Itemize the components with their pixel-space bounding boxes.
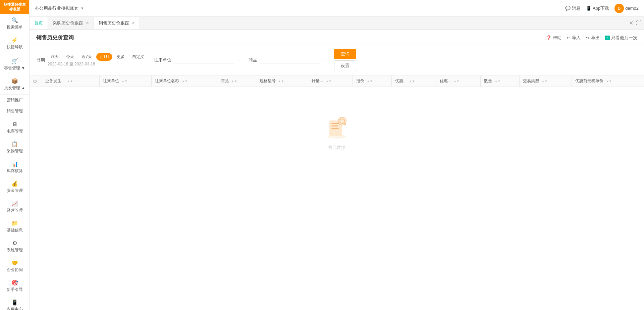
maximize-btn[interactable]: ⛶: [636, 20, 641, 26]
sidebar-item-enterprise-collab[interactable]: 🤝 企业协同: [0, 256, 29, 276]
date-label: 日期: [36, 57, 45, 63]
last-only-checkbox[interactable]: ✓ 只看最后一次: [605, 35, 637, 41]
help-icon: ❓: [546, 35, 551, 40]
sidebar-item-wholesale[interactable]: 📦 批发管理 ▲: [0, 74, 29, 94]
product-label: 商品: [249, 57, 257, 63]
th-discount2[interactable]: 优惠... ▲▼: [436, 75, 481, 87]
th-unit-label: 计量...: [312, 79, 323, 83]
close-tab-btn[interactable]: ✕: [629, 20, 633, 26]
tab-purchase-history[interactable]: 采购历史价跟踪 ✕: [48, 17, 94, 29]
partner-input[interactable]: [174, 57, 234, 63]
th-trade-type-label: 交易类型: [523, 79, 539, 83]
help-action[interactable]: ❓ 帮助: [546, 35, 561, 41]
tab-purchase-close[interactable]: ✕: [86, 21, 89, 25]
checkbox-label-text: 只看最后一次: [611, 35, 637, 41]
th-spec[interactable]: 规格型号 ▲▼: [256, 75, 308, 87]
user-avatar-area[interactable]: D demo2: [614, 4, 639, 13]
th-spec-label: 规格型号: [260, 79, 276, 83]
pill-yesterday[interactable]: 昨天: [48, 53, 62, 61]
sidebar-item-label: 搜索菜单: [7, 24, 23, 30]
table-header-row: ⚙ 业务发生... ▲▼ 往来单位 ▲▼ 往来单位名称 ▲▼: [30, 75, 644, 87]
table-header: ⚙ 业务发生... ▲▼ 往来单位 ▲▼ 往来单位名称 ▲▼: [30, 75, 644, 87]
pill-more[interactable]: 更多: [114, 53, 128, 61]
query-button[interactable]: 查询: [334, 49, 356, 59]
sidebar-item-basic-info[interactable]: 📁 基础信息: [0, 217, 29, 237]
th-price[interactable]: 报价 ▲▼: [353, 75, 391, 87]
tab-sales-history[interactable]: 销售历史价跟踪 ✕: [94, 17, 140, 29]
gear-icon[interactable]: ⚙: [33, 79, 37, 84]
app-center-icon: 📱: [11, 299, 18, 306]
sidebar-sub-sales[interactable]: 销售管理: [0, 106, 29, 117]
tab-home[interactable]: 首页: [30, 17, 48, 29]
sidebar-item-system[interactable]: ⚙ 系统管理: [0, 237, 29, 256]
sort-arrows-spec: ▲▼: [278, 80, 284, 83]
sidebar: 畅捷通好生意 标准版 🔍 搜索菜单 ⚡ 快捷导航 🛒 零售管理 ▼ 📦 批发管理…: [0, 0, 30, 310]
download-label: App下载: [593, 5, 609, 11]
sidebar-item-label: 零售管理 ▼: [4, 65, 25, 71]
partner-filter-group: 往来单位 ···: [154, 57, 241, 63]
dropdown-icon[interactable]: ▾: [81, 6, 84, 11]
sidebar-item-label: 资金管理: [7, 188, 23, 194]
pill-7days[interactable]: 近7天: [78, 53, 95, 61]
sidebar-item-operations[interactable]: 📈 经营管理: [0, 197, 29, 217]
sidebar-item-label: 经营管理: [7, 208, 23, 213]
message-btn[interactable]: 💬 消息: [565, 5, 581, 11]
th-discount1[interactable]: 优惠... ▲▼: [391, 75, 436, 87]
import-icon: ↩: [567, 35, 571, 40]
pill-custom[interactable]: 自定义: [129, 53, 147, 61]
sidebar-item-finance[interactable]: 💰 资金管理: [0, 177, 29, 197]
sidebar-item-ecommerce[interactable]: 🖥 电商管理: [0, 118, 29, 138]
checkbox-icon: ✓: [605, 36, 610, 40]
top-header: 办公用品行业模拟账套 ▾ 💬 消息 📱 App下载 D demo2: [30, 0, 644, 17]
sidebar-item-app-center[interactable]: 📱 应用中心: [0, 296, 29, 310]
tab-purchase-label: 采购历史价跟踪: [53, 20, 83, 26]
sidebar-item-label: 批发管理 ▲: [4, 85, 25, 91]
sort-arrows-pretax: ▲▼: [606, 80, 612, 83]
page-actions: ❓ 帮助 ↩ 导入 ↪ 导出 ✓ 只看最后一次: [546, 35, 637, 41]
pill-today[interactable]: 今天: [63, 53, 77, 61]
partner-dots[interactable]: ···: [237, 57, 241, 63]
sidebar-item-label: 采购管理: [7, 148, 23, 154]
sidebar-item-search-menu[interactable]: 🔍 搜索菜单: [0, 14, 29, 34]
sidebar-item-label: 电商管理: [7, 128, 23, 134]
settings-button[interactable]: 设置: [334, 60, 356, 71]
sidebar-item-purchase[interactable]: 📋 采购管理: [0, 138, 29, 157]
sort-arrows-price: ▲▼: [367, 80, 373, 83]
collab-icon: 🤝: [11, 260, 18, 266]
th-trade-type[interactable]: 交易类型 ▲▼: [520, 75, 572, 87]
sort-arrows-trade: ▲▼: [541, 80, 547, 83]
th-unit[interactable]: 计量... ▲▼: [308, 75, 353, 87]
th-product[interactable]: 商品 ▲▼: [217, 75, 256, 87]
retail-icon: 🛒: [11, 58, 18, 64]
operations-icon: 📈: [11, 200, 18, 207]
filter-buttons: 查询 设置: [334, 49, 356, 71]
sidebar-item-label: 快捷导航: [7, 44, 23, 50]
product-input[interactable]: [260, 57, 320, 63]
th-partner-code[interactable]: 往来单位 ▲▼: [99, 75, 152, 87]
account-name[interactable]: 办公用品行业模拟账套: [35, 5, 78, 11]
th-partner-name[interactable]: 往来单位名称 ▲▼: [152, 75, 217, 87]
th-quantity[interactable]: 数量 ▲▼: [481, 75, 520, 87]
sidebar-sub-marketing[interactable]: 营销推广: [0, 95, 29, 106]
marketing-label: 营销推广: [7, 98, 23, 102]
sidebar-item-quick-nav[interactable]: ⚡ 快捷导航: [0, 34, 29, 53]
app-name: 畅捷通好生意: [4, 2, 26, 7]
sort-arrows-unit: ▲▼: [326, 80, 332, 83]
sort-arrows-disc1: ▲▼: [409, 80, 415, 83]
th-biz-date[interactable]: 业务发生... ▲▼: [42, 75, 99, 87]
data-table: ⚙ 业务发生... ▲▼ 往来单位 ▲▼ 往来单位名称 ▲▼: [30, 75, 644, 177]
import-action[interactable]: ↩ 导入: [567, 35, 581, 41]
avatar: D: [614, 4, 624, 13]
pill-1month[interactable]: 近1月: [96, 53, 113, 61]
tab-sales-close[interactable]: ✕: [132, 21, 135, 25]
product-filter-group: 商品 ···: [249, 57, 327, 63]
app-download-btn[interactable]: 📱 App下载: [586, 5, 609, 11]
sidebar-item-retail[interactable]: 🛒 零售管理 ▼: [0, 55, 29, 74]
filter-bar: 日期 昨天 今天 近7天 近1月 更多 自定义 2023-02-18 至 202…: [30, 45, 644, 75]
th-pretax-price[interactable]: 优惠前无税单价 ▲▼: [572, 75, 644, 87]
export-action[interactable]: ↪ 导出: [586, 35, 600, 41]
export-label: 导出: [591, 35, 600, 41]
product-dots[interactable]: ···: [323, 57, 327, 63]
sidebar-item-inventory[interactable]: 📊 库存核算: [0, 157, 29, 177]
sidebar-item-new-guide[interactable]: 🎯 新手引导: [0, 276, 29, 296]
